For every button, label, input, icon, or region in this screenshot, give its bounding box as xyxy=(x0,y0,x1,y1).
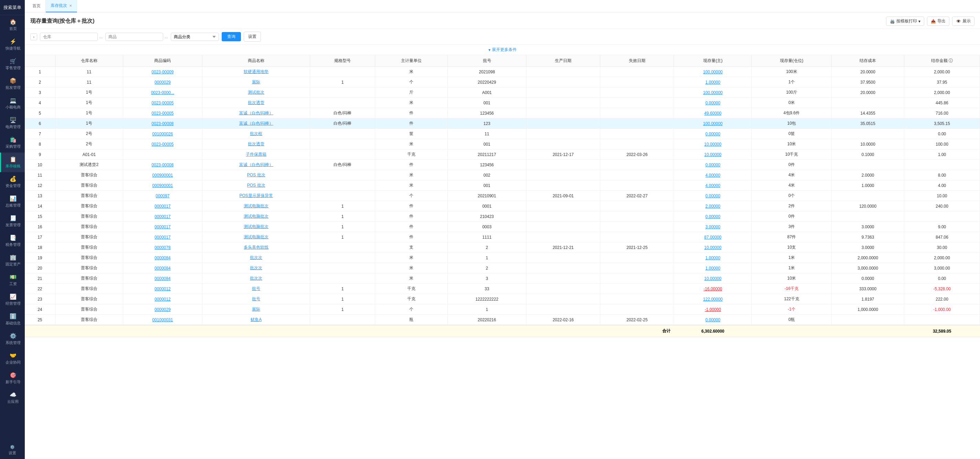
cell-name[interactable]: 展际 xyxy=(202,77,310,88)
cell-code[interactable]: 0000029 xyxy=(123,304,202,315)
cell-name[interactable]: 批号 xyxy=(202,284,310,294)
search-button[interactable]: 查询 xyxy=(222,32,241,41)
cell-qty-main[interactable]: 1.00000 xyxy=(674,263,752,273)
cell-code[interactable]: 0000084 xyxy=(123,263,202,273)
cell-name[interactable]: 测试电脑批次 xyxy=(202,232,310,242)
filter-nav-prev[interactable]: › xyxy=(30,33,37,40)
cell-qty-main[interactable]: 4.00000 xyxy=(674,170,752,180)
cell-qty-main[interactable]: 0.00000 xyxy=(674,315,752,325)
cell-code[interactable]: 000097 xyxy=(123,191,202,201)
cell-name[interactable]: 批次透货 xyxy=(202,139,310,150)
cell-code[interactable]: 000900001 xyxy=(123,170,202,180)
cell-name[interactable]: 展际 xyxy=(202,304,310,315)
cell-code[interactable]: 0000029 xyxy=(123,77,202,88)
cell-code[interactable]: 0023-00005 xyxy=(123,139,202,150)
cell-name[interactable]: POS显示屏保异常 xyxy=(202,191,310,201)
cell-name[interactable]: 批次次 xyxy=(202,253,310,263)
cell-name[interactable]: POS 批次 xyxy=(202,170,310,180)
tab-home[interactable]: 首页 xyxy=(27,0,46,13)
cell-qty-main[interactable]: -16.00000 xyxy=(674,284,752,294)
cell-code[interactable]: 0000017 xyxy=(123,201,202,212)
cell-code[interactable]: 0023-00009 xyxy=(123,67,202,77)
cell-code[interactable]: 0000017 xyxy=(123,222,202,232)
cell-qty-main[interactable]: 1.00000 xyxy=(674,253,752,263)
sidebar-item-mini-ecom[interactable]: 💻 小额电商 xyxy=(0,94,25,113)
cell-name[interactable]: 批次次 xyxy=(202,263,310,273)
cell-code[interactable]: 0000084 xyxy=(123,253,202,263)
cell-name[interactable]: POS 批次 xyxy=(202,180,310,191)
sidebar-item-basic[interactable]: ℹ️ 基础信息 xyxy=(0,309,25,329)
cell-qty-main[interactable]: 10.00000 xyxy=(674,242,752,253)
warehouse-input[interactable] xyxy=(40,33,98,41)
tab-inventory-batch[interactable]: 库存批次 ✕ xyxy=(46,0,77,13)
sidebar-item-hr[interactable]: 💵 工资 xyxy=(0,270,25,290)
cell-code[interactable]: 0023-00008 xyxy=(123,160,202,170)
cell-name[interactable]: 子件保票箱 xyxy=(202,150,310,160)
cell-qty-main[interactable]: 100.00000 xyxy=(674,88,752,98)
sidebar-item-collab[interactable]: 🤝 企业协同 xyxy=(0,349,25,368)
cell-name[interactable]: 富诚（白色/闷棒） xyxy=(202,160,310,170)
category-select[interactable]: 商品分类 xyxy=(171,33,219,41)
sidebar-item-invoice[interactable]: 🧾 发票管理 xyxy=(0,212,25,231)
sidebar-item-purchase[interactable]: 🛍️ 采购管理 xyxy=(0,133,25,153)
cell-code[interactable]: 0023-00005 xyxy=(123,108,202,118)
cell-qty-main[interactable]: 49.60000 xyxy=(674,108,752,118)
sidebar-item-quick-nav[interactable]: ⚡ 快捷导航 xyxy=(0,35,25,54)
sidebar-logo[interactable]: 搜索菜单 xyxy=(0,0,25,15)
cell-code[interactable]: 0000012 xyxy=(123,284,202,294)
cell-code[interactable]: 0000012 xyxy=(123,294,202,304)
cell-code[interactable]: 0000084 xyxy=(123,273,202,284)
cell-qty-main[interactable]: 0.00000 xyxy=(674,160,752,170)
cell-name[interactable]: 富诚（白色/闷棒） xyxy=(202,108,310,118)
tab-close-icon[interactable]: ✕ xyxy=(69,4,72,8)
print-template-button[interactable]: 🖨️ 按模板打印 ▾ xyxy=(886,16,924,26)
sidebar-item-tax[interactable]: 📑 税务管理 xyxy=(0,231,25,251)
sidebar-item-business[interactable]: 📈 经营管理 xyxy=(0,290,25,309)
sidebar-item-wholesale[interactable]: 📦 批发管理 xyxy=(0,74,25,94)
cell-qty-main[interactable]: -1.00000 xyxy=(674,304,752,315)
export-button[interactable]: 📤 导出 xyxy=(927,16,949,26)
cell-name[interactable]: 富诚（白色/闷棒） xyxy=(202,118,310,129)
cell-name[interactable]: 软硬通用地垫 xyxy=(202,67,310,77)
cell-qty-main[interactable]: 87.00000 xyxy=(674,232,752,242)
sidebar-item-guide[interactable]: 🎯 新手引导 xyxy=(0,368,25,388)
cell-name[interactable]: 测试电脑批次 xyxy=(202,201,310,212)
cell-qty-main[interactable]: 10.00000 xyxy=(674,150,752,160)
sidebar-item-cloud[interactable]: ☁️ 云应用 xyxy=(0,388,25,408)
sidebar-settings[interactable]: ⚙️ 设置 xyxy=(0,441,25,459)
cell-code[interactable]: 0000017 xyxy=(123,232,202,242)
sidebar-item-ecom[interactable]: 🖥️ 电商管理 xyxy=(0,113,25,133)
cell-name[interactable]: 测试电脑批次 xyxy=(202,222,310,232)
cell-name[interactable]: 批次透货 xyxy=(202,98,310,108)
cell-qty-main[interactable]: 10.00000 xyxy=(674,273,752,284)
cell-name[interactable]: 测试批次 xyxy=(202,88,310,98)
cell-name[interactable]: 测试电脑批次 xyxy=(202,212,310,222)
cell-code[interactable]: 0023-00005 xyxy=(123,98,202,108)
cell-qty-main[interactable]: 2.00000 xyxy=(674,201,752,212)
cell-code[interactable]: 000900001 xyxy=(123,180,202,191)
settings-filter-button[interactable]: 设置 xyxy=(244,32,261,41)
cell-name[interactable]: 批次次 xyxy=(202,273,310,284)
cell-code[interactable]: 0023-00008 xyxy=(123,118,202,129)
sidebar-item-home[interactable]: 🏠 首页 xyxy=(0,15,25,35)
cell-qty-main[interactable]: 0.00000 xyxy=(674,212,752,222)
cell-qty-main[interactable]: 0.00000 xyxy=(674,129,752,139)
sidebar-item-fixed-asset[interactable]: 🏢 固定资产 xyxy=(0,251,25,270)
sidebar-item-summary[interactable]: 📊 总账管理 xyxy=(0,192,25,212)
product-input[interactable] xyxy=(105,33,163,41)
cell-code[interactable]: 0023-0000... xyxy=(123,88,202,98)
cell-name[interactable]: 批号 xyxy=(202,294,310,304)
sidebar-item-capital[interactable]: 💰 资金管理 xyxy=(0,172,25,192)
cell-qty-main[interactable]: 0.00000 xyxy=(674,98,752,108)
cell-qty-main[interactable]: 100.00000 xyxy=(674,118,752,129)
cell-qty-main[interactable]: 4.00000 xyxy=(674,180,752,191)
cell-code[interactable]: 001000026 xyxy=(123,129,202,139)
cell-qty-main[interactable]: 0.00000 xyxy=(674,191,752,201)
cell-code[interactable]: 0000017 xyxy=(123,212,202,222)
table-wrapper[interactable]: 仓库名称 商品编码 商品名称 规格型号 主计量单位 批号 生产日期 失效日期 现… xyxy=(25,55,980,459)
sidebar-item-inventory[interactable]: 📋 库存核账 xyxy=(0,153,25,172)
cell-code[interactable]: 001000031 xyxy=(123,315,202,325)
expand-conditions-button[interactable]: ▾ 展开更多条件 xyxy=(486,45,519,54)
cell-qty-main[interactable]: 1.00000 xyxy=(674,77,752,88)
cell-qty-main[interactable]: 100.00000 xyxy=(674,67,752,77)
